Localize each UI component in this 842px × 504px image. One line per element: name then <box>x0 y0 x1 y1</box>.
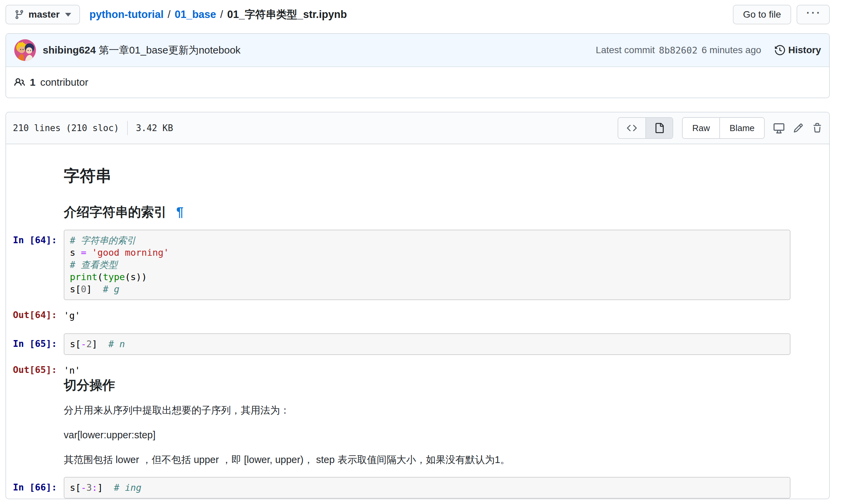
breadcrumb-file-name: 01_字符串类型_str.ipynb <box>227 7 347 22</box>
delete-file-button[interactable] <box>812 123 822 133</box>
people-icon <box>14 77 25 88</box>
breadcrumb-dir-link[interactable]: 01_base <box>175 8 216 21</box>
output-value: 'g' <box>64 309 80 322</box>
file-navigation-bar: master python-tutorial / 01_base / 01_字符… <box>0 0 842 29</box>
notebook-paragraph: 其范围包括 lower ，但不包括 upper ，即 [lower, upper… <box>64 452 790 467</box>
blame-button[interactable]: Blame <box>719 118 764 138</box>
raw-blame-group: Raw Blame <box>682 117 765 139</box>
code-input-row: In [65]:s[-2] # n <box>13 333 790 355</box>
output-value: 'n' <box>64 364 80 377</box>
history-link[interactable]: History <box>775 45 821 56</box>
code-token: 2 <box>86 339 92 349</box>
commit-sha-link[interactable]: 8b82602 <box>659 45 698 56</box>
branch-selector-button[interactable]: master <box>5 5 80 24</box>
commit-title-link[interactable]: 第一章01_base更新为notebook <box>99 44 241 56</box>
code-token: # 字符串的索引 <box>70 235 136 246</box>
branch-name-label: master <box>29 9 60 20</box>
edit-file-button[interactable] <box>793 123 803 133</box>
pencil-icon <box>793 123 803 133</box>
markdown-cell: 介绍字符串的索引¶ <box>64 203 790 221</box>
notebook-rendered-content: 字符串介绍字符串的索引¶In [64]:# 字符串的索引 s = 'good m… <box>6 144 829 499</box>
file-lines-info: 210 lines (210 sloc) <box>13 123 119 133</box>
code-token: (s)) <box>125 272 147 282</box>
commit-author-avatar[interactable] <box>14 39 36 61</box>
latest-commit-label: Latest commit <box>596 45 655 56</box>
commit-summary-box: shibing624 第一章01_base更新为notebook Latest … <box>5 33 830 98</box>
code-token: : <box>92 482 97 493</box>
contributors-row[interactable]: 1 contributor <box>6 67 829 97</box>
code-token: ( <box>97 272 103 282</box>
breadcrumb-separator: / <box>220 8 223 21</box>
code-output-row: Out[65]:'n' <box>13 364 790 377</box>
code-input-row: In [64]:# 字符串的索引 s = 'good morning' # 查看… <box>13 230 790 300</box>
code-token: = <box>81 247 86 258</box>
open-in-desktop-button[interactable] <box>773 123 784 133</box>
code-token: 'good morning' <box>92 247 169 258</box>
divider <box>127 121 128 135</box>
file-controls: Raw Blame <box>618 117 822 139</box>
code-input-row: In [66]:s[-3:] # ing <box>13 477 790 499</box>
code-output-row: Out[64]:'g' <box>13 309 790 322</box>
more-options-button[interactable]: ··· <box>796 5 830 24</box>
history-label: History <box>788 45 821 56</box>
contributor-label: contributor <box>40 76 88 88</box>
code-input-area: s[-2] # n <box>64 333 790 355</box>
code-cell: In [65]:s[-2] # nOut[65]:'n' <box>13 333 790 377</box>
contributor-count: 1 <box>30 76 36 88</box>
file-icon <box>654 123 664 133</box>
input-prompt: In [66]: <box>13 477 64 492</box>
avatar-image <box>14 39 36 61</box>
markdown-cell: var[lower:upper:step] <box>64 428 790 443</box>
file-content-box: 210 lines (210 sloc) 3.42 KB Raw Blame <box>5 112 830 499</box>
raw-button[interactable]: Raw <box>683 118 719 138</box>
code-token: s[ <box>70 284 81 294</box>
commit-meta: Latest commit 8b82602 6 minutes ago Hist… <box>596 45 821 56</box>
history-clock-icon <box>775 45 785 55</box>
code-token: # n <box>108 339 125 349</box>
output-prompt: Out[64]: <box>13 309 64 320</box>
output-prompt: Out[65]: <box>13 364 64 375</box>
source-view-button[interactable] <box>618 118 645 138</box>
chevron-down-icon <box>65 13 71 17</box>
code-block: s[-2] # n <box>70 338 784 350</box>
trash-icon <box>812 123 822 133</box>
code-cell: In [64]:# 字符串的索引 s = 'good morning' # 查看… <box>13 230 790 322</box>
latest-commit-bar: shibing624 第一章01_base更新为notebook Latest … <box>6 34 829 67</box>
view-mode-toggle <box>618 117 673 139</box>
code-token: 3 <box>86 482 92 493</box>
code-token: s <box>70 247 81 258</box>
heading-anchor-link[interactable]: ¶ <box>176 205 183 219</box>
notebook-paragraph: 分片用来从序列中提取出想要的子序列，其用法为： <box>64 403 790 418</box>
code-token: ] <box>86 284 103 294</box>
input-prompt: In [65]: <box>13 333 64 349</box>
code-token: s[ <box>70 482 81 493</box>
code-token: 0 <box>81 284 86 294</box>
breadcrumb-repo-link[interactable]: python-tutorial <box>89 8 164 21</box>
file-info: 210 lines (210 sloc) 3.42 KB <box>13 121 173 135</box>
file-size: 3.42 KB <box>136 123 173 133</box>
code-token: type <box>103 272 125 282</box>
breadcrumb: python-tutorial / 01_base / 01_字符串类型_str… <box>89 7 347 22</box>
code-icon <box>627 123 637 133</box>
code-token: s[ <box>70 339 81 349</box>
git-branch-icon <box>14 10 24 20</box>
file-header-bar: 210 lines (210 sloc) 3.42 KB Raw Blame <box>6 112 829 144</box>
commit-author-link[interactable]: shibing624 <box>43 44 96 56</box>
code-token: ] <box>97 482 114 493</box>
markdown-cell: 切分操作 <box>64 377 790 394</box>
code-cell: In [66]:s[-3:] # ing <box>13 477 790 499</box>
notebook-paragraph: var[lower:upper:step] <box>64 428 790 443</box>
commit-time-ago: 6 minutes ago <box>702 45 761 56</box>
markdown-cell: 其范围包括 lower ，但不包括 upper ，即 [lower, upper… <box>64 452 790 467</box>
input-prompt: In [64]: <box>13 230 64 245</box>
commit-message: shibing624 第一章01_base更新为notebook <box>43 43 241 57</box>
code-block: # 字符串的索引 s = 'good morning' # 查看类型 print… <box>70 234 784 295</box>
notebook-heading: 介绍字符串的索引¶ <box>64 203 790 221</box>
code-token: - <box>81 482 86 493</box>
breadcrumb-separator: / <box>168 8 171 21</box>
code-token <box>86 247 92 258</box>
rendered-view-button[interactable] <box>645 118 672 138</box>
go-to-file-button[interactable]: Go to file <box>733 5 791 24</box>
topbar-actions: Go to file ··· <box>733 5 830 24</box>
desktop-icon <box>773 123 784 133</box>
